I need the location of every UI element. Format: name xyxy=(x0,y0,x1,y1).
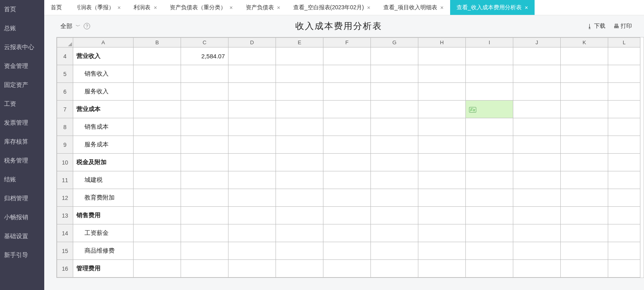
cell[interactable] xyxy=(466,136,513,154)
cell[interactable] xyxy=(513,136,561,154)
cell[interactable] xyxy=(561,83,608,101)
cell[interactable] xyxy=(228,189,276,207)
cell[interactable] xyxy=(513,260,561,278)
cell[interactable] xyxy=(561,101,608,118)
cell[interactable] xyxy=(181,65,228,83)
cell[interactable] xyxy=(466,118,513,136)
cell[interactable] xyxy=(608,136,640,154)
cell[interactable] xyxy=(513,242,561,260)
column-header[interactable]: J xyxy=(513,38,561,47)
cell[interactable]: 营业收入 xyxy=(73,47,134,65)
cell[interactable] xyxy=(276,189,323,207)
cell[interactable] xyxy=(323,65,371,83)
column-header[interactable]: G xyxy=(371,38,418,47)
cell[interactable] xyxy=(323,154,371,171)
cell[interactable] xyxy=(276,154,323,171)
cell[interactable] xyxy=(228,118,276,136)
cell[interactable] xyxy=(466,65,513,83)
cell[interactable] xyxy=(134,65,181,83)
row-header[interactable]: 8 xyxy=(57,118,73,136)
close-icon[interactable]: × xyxy=(277,4,280,11)
cell[interactable] xyxy=(323,189,371,207)
close-icon[interactable]: × xyxy=(525,4,528,11)
cell[interactable] xyxy=(276,207,323,224)
help-icon[interactable]: ? xyxy=(84,23,90,29)
cell[interactable]: 税金及附加 xyxy=(73,154,134,171)
cell[interactable] xyxy=(418,171,466,189)
cell[interactable] xyxy=(466,242,513,260)
cell[interactable] xyxy=(466,154,513,171)
column-header[interactable]: A xyxy=(73,38,134,47)
cell[interactable] xyxy=(513,83,561,101)
sidebar-item[interactable]: 新手引导 xyxy=(0,246,44,265)
cell[interactable] xyxy=(134,189,181,207)
row-header[interactable]: 14 xyxy=(57,224,73,242)
cell[interactable] xyxy=(608,224,640,242)
cell[interactable] xyxy=(418,207,466,224)
cell[interactable] xyxy=(371,47,418,65)
cell[interactable] xyxy=(181,154,228,171)
sidebar-item[interactable]: 首页 xyxy=(0,0,44,19)
cell[interactable] xyxy=(181,136,228,154)
cell[interactable] xyxy=(323,242,371,260)
cell[interactable] xyxy=(134,101,181,118)
cell[interactable] xyxy=(181,242,228,260)
cell[interactable] xyxy=(561,118,608,136)
row-header[interactable]: 9 xyxy=(57,136,73,154)
cell[interactable] xyxy=(323,83,371,101)
cell[interactable] xyxy=(181,189,228,207)
cell[interactable] xyxy=(561,154,608,171)
cell[interactable] xyxy=(466,171,513,189)
cell[interactable] xyxy=(418,224,466,242)
tab[interactable]: 查看_项目收入明细表× xyxy=(377,0,450,15)
cell[interactable] xyxy=(371,171,418,189)
cell[interactable]: 营业成本 xyxy=(73,101,134,118)
cell[interactable] xyxy=(228,171,276,189)
column-header[interactable]: E xyxy=(276,38,323,47)
cell[interactable] xyxy=(276,65,323,83)
close-icon[interactable]: × xyxy=(229,4,232,11)
cell[interactable]: 销售费用 xyxy=(73,207,134,224)
cell[interactable] xyxy=(134,47,181,65)
cell[interactable]: 商品维修费 xyxy=(73,242,134,260)
cell[interactable] xyxy=(323,47,371,65)
cell[interactable] xyxy=(466,260,513,278)
cell[interactable]: 销售成本 xyxy=(73,118,134,136)
sidebar-item[interactable]: 归档管理 xyxy=(0,189,44,208)
cell[interactable] xyxy=(466,207,513,224)
cell[interactable] xyxy=(561,65,608,83)
cell[interactable] xyxy=(276,136,323,154)
cell[interactable] xyxy=(418,83,466,101)
cell[interactable] xyxy=(371,242,418,260)
cell[interactable] xyxy=(276,171,323,189)
tab[interactable]: 查看_空白报表(2023年02月)× xyxy=(287,0,377,15)
close-icon[interactable]: × xyxy=(367,4,370,11)
cell[interactable] xyxy=(608,83,640,101)
column-header[interactable]: K xyxy=(561,38,608,47)
column-header[interactable]: H xyxy=(418,38,466,47)
cell[interactable] xyxy=(323,171,371,189)
column-header[interactable]: I xyxy=(466,38,513,47)
cell[interactable] xyxy=(228,136,276,154)
row-header[interactable]: 5 xyxy=(57,65,73,83)
sidebar-item[interactable]: 结账 xyxy=(0,170,44,189)
cell[interactable] xyxy=(228,47,276,65)
cell[interactable] xyxy=(561,224,608,242)
sidebar-item[interactable]: 总账 xyxy=(0,19,44,38)
cell[interactable] xyxy=(418,154,466,171)
cell[interactable] xyxy=(276,47,323,65)
column-header[interactable]: B xyxy=(134,38,181,47)
cell[interactable] xyxy=(561,189,608,207)
sidebar-item[interactable]: 资金管理 xyxy=(0,57,44,76)
cell[interactable] xyxy=(561,171,608,189)
tab[interactable]: 查看_收入成本费用分析表× xyxy=(450,0,535,15)
cell[interactable] xyxy=(181,224,228,242)
cell[interactable] xyxy=(513,224,561,242)
cell[interactable] xyxy=(134,154,181,171)
cell[interactable] xyxy=(134,118,181,136)
cell[interactable] xyxy=(323,118,371,136)
sidebar-item[interactable]: 固定资产 xyxy=(0,76,44,95)
cell[interactable] xyxy=(608,260,640,278)
cell[interactable] xyxy=(608,189,640,207)
cell[interactable] xyxy=(228,154,276,171)
